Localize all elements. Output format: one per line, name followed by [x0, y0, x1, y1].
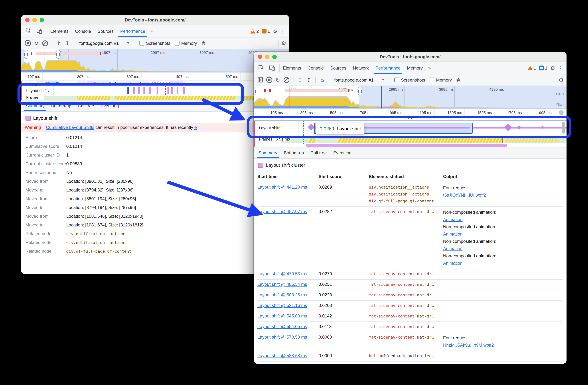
cls-doc-link[interactable]: Cumulative Layout Shifts: [46, 125, 94, 130]
frames-track[interactable]: Frames: [21, 95, 289, 100]
shifted-element-node[interactable]: mat-sidenav-content.mat-dr…: [369, 324, 443, 330]
summary-tab-event-log[interactable]: Event log: [330, 148, 355, 158]
layout-shift-link[interactable]: Layout shift @ 545.09 ms: [257, 313, 307, 319]
layout-shift-link[interactable]: Layout shift @ 570.53 ms: [257, 335, 307, 340]
capture-settings-gear-icon[interactable]: ⚙: [559, 77, 564, 83]
save-profile-icon[interactable]: ↧: [305, 76, 312, 84]
layout-shift-link[interactable]: Layout shift @ 554.05 ms: [257, 324, 307, 329]
network-request-bar[interactable]: [166, 82, 167, 85]
tab-memory[interactable]: Memory: [404, 62, 426, 74]
culprit-link[interactable]: t5sJIQcYNI...IUI.woff2: [443, 192, 486, 198]
layout-shift-marker[interactable]: [157, 87, 158, 94]
summary-tab-bottom-up[interactable]: Bottom-up: [280, 148, 307, 158]
screenshots-checkbox[interactable]: Screenshots: [138, 41, 172, 46]
layout-shifts-track[interactable]: Layout shifts: [21, 86, 289, 95]
memory-checkbox[interactable]: Memory: [173, 41, 198, 46]
shifted-element-node[interactable]: mat-sidenav-content.mat-dr…: [369, 363, 443, 364]
network-request-bar[interactable]: t5…: [46, 82, 59, 85]
device-toolbar-icon[interactable]: [36, 27, 43, 35]
column-header[interactable]: Elements shifted: [369, 173, 443, 180]
settings-gear-icon[interactable]: ⚙: [273, 28, 277, 34]
screenshots-checkbox[interactable]: Screenshots: [393, 77, 426, 83]
layout-shift-marker[interactable]: [138, 87, 140, 94]
summary-tab-call-tree[interactable]: Call tree: [307, 148, 330, 158]
selection-handle-left[interactable]: ❚❚: [254, 87, 256, 95]
layout-shift-link[interactable]: Layout shift @ 503.26 ms: [257, 292, 307, 298]
summary-tab-event-log[interactable]: Event log: [97, 101, 122, 111]
summary-tab-bottom-up[interactable]: Bottom-up: [48, 101, 75, 111]
timeline-ruler[interactable]: 197 ms297 ms397 ms497 ms597 ms: [21, 72, 289, 81]
tab-network[interactable]: Network: [350, 62, 372, 74]
layout-shift-link[interactable]: Layout shift @ 588.68 ms: [257, 353, 307, 358]
shifted-element-node[interactable]: mat-sidenav-content.mat-dr…: [369, 313, 443, 320]
network-request-bar[interactable]: [157, 82, 158, 85]
culprit-link[interactable]: Animation: [443, 232, 462, 237]
culprit-link[interactable]: Animation: [443, 217, 462, 222]
column-header[interactable]: Start time: [257, 173, 318, 180]
history-select[interactable]: fonts.google.com #1▼: [77, 41, 132, 46]
summary-row-value[interactable]: div.gf-full-page.gf-content: [66, 248, 131, 254]
layout-shift-marker[interactable]: [168, 87, 169, 94]
shifted-element-node[interactable]: div.notification__actions: [369, 184, 443, 191]
selected-shift-marker[interactable]: [127, 87, 129, 94]
selection-handle-right[interactable]: ❚❚: [56, 50, 61, 59]
record-button[interactable]: [265, 76, 273, 84]
shifted-element-node[interactable]: mat-sidenav-content.mat-dr…: [369, 209, 443, 215]
column-header[interactable]: Shift score: [318, 173, 369, 180]
layout-shift-link[interactable]: Layout shift @ 457.07 ms: [257, 209, 307, 214]
shifted-element-node[interactable]: mat-sidenav-content.mat-dr…: [369, 334, 443, 341]
home-icon[interactable]: ⌂: [318, 76, 326, 84]
settings-gear-icon[interactable]: ⚙: [550, 65, 555, 71]
layout-shift-marker[interactable]: [177, 87, 178, 94]
shifted-element-node[interactable]: mat-sidenav-content.mat-dr…: [369, 281, 443, 288]
tab-elements[interactable]: Elements: [47, 25, 72, 37]
track-scrollbar[interactable]: [562, 122, 565, 134]
issues-badge[interactable]: ! 1: [262, 29, 270, 34]
shifted-element-node[interactable]: div.notification__actions: [369, 191, 443, 198]
network-request-bar[interactable]: ooo…: [169, 82, 183, 85]
layout-shift-marker[interactable]: [183, 87, 185, 94]
shift-diamond-icon[interactable]: [504, 123, 512, 131]
timeline-overview[interactable]: 995 ms1995 ms2995 ms3995 ms4995 ms CPU N…: [254, 86, 567, 108]
sidebar-toggle-icon[interactable]: [257, 76, 264, 84]
shifted-element-node[interactable]: mat-sidenav-content.mat-dr…: [369, 271, 443, 278]
shift-diamond-icon[interactable]: [517, 126, 521, 129]
layout-shift-marker[interactable]: [171, 87, 173, 94]
inspect-element-icon[interactable]: [257, 64, 265, 72]
layout-shift-marker[interactable]: [133, 87, 135, 94]
more-tabs-icon[interactable]: »: [426, 62, 433, 74]
more-tabs-icon[interactable]: »: [148, 25, 155, 37]
reload-and-record-button[interactable]: ↻: [274, 76, 281, 84]
reload-and-record-button[interactable]: ↻: [33, 40, 40, 47]
tab-console[interactable]: Console: [304, 62, 327, 74]
summary-row-value[interactable]: div.notification__actions: [66, 239, 126, 246]
issues-badge[interactable]: 1: [539, 65, 547, 70]
device-toolbar-icon[interactable]: [268, 64, 276, 72]
column-header[interactable]: Culprit: [443, 173, 563, 180]
network-track[interactable]: ▸ Network t5…Lar…ooo…Family…fonts.google…: [21, 81, 289, 86]
network-request-bar[interactable]: [154, 82, 156, 85]
tab-performance[interactable]: Performance: [372, 62, 404, 74]
network-request-bar[interactable]: Family…: [95, 82, 111, 85]
tab-elements[interactable]: Elements: [280, 62, 304, 74]
memory-checkbox[interactable]: Memory: [428, 77, 453, 83]
history-select[interactable]: fonts.google.com #1▼: [332, 77, 387, 83]
layout-shift-link[interactable]: Layout shift @ 521.16 ms: [257, 303, 307, 308]
track-resize-dots[interactable]: •••: [254, 118, 567, 121]
load-profile-icon[interactable]: ↥: [55, 40, 62, 47]
shifted-element-node[interactable]: div.gf-full-page.gf-content: [369, 198, 443, 205]
network-request-bar[interactable]: [160, 82, 161, 85]
ruler-scroll-dot[interactable]: [559, 110, 564, 115]
kebab-menu-icon[interactable]: ⋮: [280, 28, 285, 34]
inspect-element-icon[interactable]: [25, 27, 32, 35]
summary-tab-call-tree[interactable]: Call tree: [74, 101, 97, 111]
save-profile-icon[interactable]: ↧: [64, 40, 71, 47]
layout-shifts-track[interactable]: Layout shifts: [254, 121, 567, 135]
warnings-badge[interactable]: 2: [250, 29, 259, 34]
network-request-bar[interactable]: [152, 82, 153, 85]
summary-tab-summary[interactable]: Summary: [255, 148, 280, 158]
layout-shift-marker[interactable]: [149, 87, 151, 94]
shifted-element-node[interactable]: mat-sidenav-content.mat-dr…: [369, 302, 443, 309]
record-button[interactable]: [24, 40, 31, 47]
selection-handle-right[interactable]: ❚❚: [358, 87, 362, 95]
